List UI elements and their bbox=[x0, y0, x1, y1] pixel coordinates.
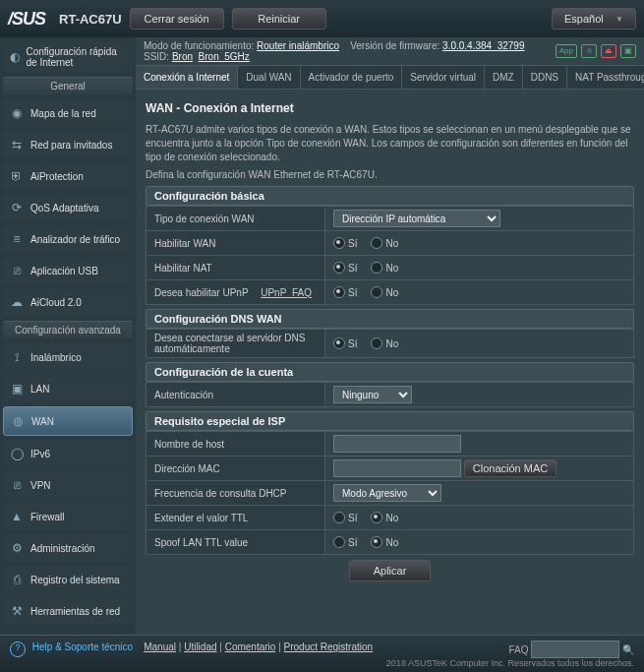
tab-dual-wan[interactable]: Dual WAN bbox=[238, 66, 300, 89]
sidebar-item-usb[interactable]: ⎚Aplicación USB bbox=[3, 257, 133, 284]
spoof-ttl-yes[interactable]: Sí bbox=[333, 536, 357, 548]
app-badge[interactable]: App bbox=[556, 44, 577, 58]
page-desc-2: Defina la configuración WAN Ethernet de … bbox=[146, 168, 634, 182]
ssid-1[interactable]: Bron bbox=[172, 51, 193, 62]
upnp-faq-link[interactable]: UPnP_FAQ bbox=[261, 287, 312, 298]
tab-dmz[interactable]: DMZ bbox=[485, 66, 523, 89]
usb-led-icon: ⏏ bbox=[601, 44, 616, 58]
enable-wan-no[interactable]: No bbox=[371, 237, 398, 249]
enable-wan-yes[interactable]: Sí bbox=[333, 237, 357, 249]
table-basic: Tipo de conexión WAN Dirección IP automá… bbox=[146, 206, 634, 305]
apply-button[interactable]: Aplicar bbox=[349, 560, 432, 581]
logout-button[interactable]: Cerrar sesión bbox=[130, 8, 224, 30]
dhcp-freq-select[interactable]: Modo Agresivo bbox=[333, 484, 441, 502]
faq-input[interactable] bbox=[531, 641, 619, 658]
sidebar-item-guestnet[interactable]: ⇆Red para invitados bbox=[3, 131, 133, 158]
row-dhcp-freq-label: Frecuencia de consulta DHCP bbox=[146, 481, 325, 506]
help-label[interactable]: Help & Soporte técnico bbox=[32, 641, 133, 652]
tab-ddns[interactable]: DDNS bbox=[523, 66, 567, 89]
enable-nat-yes[interactable]: Sí bbox=[333, 262, 357, 274]
wan-icon: ◍ bbox=[10, 413, 26, 429]
dns-auto-yes[interactable]: Sí bbox=[333, 337, 357, 349]
help-support: ? Help & Soporte técnico Manual | Utilid… bbox=[10, 641, 373, 657]
enable-upnp-yes[interactable]: Sí bbox=[333, 286, 357, 298]
sidebar-item-traffic[interactable]: ≡Analizador de tráfico bbox=[3, 225, 133, 253]
language-select[interactable]: Español ▼ bbox=[552, 8, 636, 30]
table-dns: Desea conectarse al servidor DNS automát… bbox=[146, 329, 634, 358]
tab-virtual-server[interactable]: Servidor virtual bbox=[402, 66, 485, 89]
sidebar: ◐ Configuración rápida de Internet Gener… bbox=[0, 37, 136, 635]
qos-icon: ⟳ bbox=[9, 200, 25, 215]
row-enable-wan-label: Habilitar WAN bbox=[146, 231, 325, 256]
op-mode-label: Modo de funcionamiento: bbox=[144, 40, 254, 51]
ssid-2[interactable]: Bron_5GHz bbox=[199, 51, 250, 62]
reboot-button[interactable]: Reiniciar bbox=[232, 8, 326, 30]
dns-auto-no[interactable]: No bbox=[371, 337, 398, 349]
copyright: 2018 ASUSTeK Computer Inc. Reservados to… bbox=[10, 658, 634, 668]
sidebar-item-aiprotection[interactable]: ⛨AiProtection bbox=[3, 162, 133, 190]
tab-nat-passthrough[interactable]: NAT Passthrough bbox=[567, 66, 644, 89]
content: WAN - Conexión a Internet RT-AC67U admit… bbox=[136, 90, 644, 635]
footer-link-feedback[interactable]: Comentario bbox=[225, 641, 276, 652]
sidebar-item-wireless[interactable]: ⟟Inalámbrico bbox=[3, 343, 133, 371]
status-icons: App ⎋ ⏏ ▣ bbox=[556, 44, 636, 58]
footer-link-product-reg[interactable]: Product Registration bbox=[284, 641, 374, 652]
usb-icon: ⎚ bbox=[9, 263, 25, 278]
sidebar-item-qos[interactable]: ⟳QoS Adaptativa bbox=[3, 194, 133, 221]
brand-logo: /SUS bbox=[8, 9, 51, 30]
firewall-icon: ▲ bbox=[9, 509, 25, 524]
gear-icon: ⚙ bbox=[9, 540, 25, 556]
mac-input[interactable] bbox=[333, 459, 461, 477]
fw-value[interactable]: 3.0.0.4.384_32799 bbox=[442, 40, 524, 51]
clone-mac-button[interactable]: Clonación MAC bbox=[464, 459, 556, 477]
sidebar-item-admin[interactable]: ⚙Administración bbox=[3, 534, 133, 562]
tab-port-trigger[interactable]: Activador de puerto bbox=[301, 66, 403, 89]
footer: ? Help & Soporte técnico Manual | Utilid… bbox=[0, 635, 644, 672]
sidebar-item-ipv6[interactable]: ◯IPv6 bbox=[3, 440, 133, 467]
row-host-label: Nombre de host bbox=[146, 432, 325, 457]
vpn-icon: ⎚ bbox=[9, 477, 25, 493]
section-account: Configuración de la cuenta bbox=[146, 362, 634, 382]
row-ext-ttl-label: Extender el valor TTL bbox=[146, 506, 325, 530]
sidebar-item-networkmap[interactable]: ◉Mapa de la red bbox=[3, 99, 133, 127]
sidebar-item-firewall[interactable]: ▲Firewall bbox=[3, 503, 133, 530]
sidebar-item-wan[interactable]: ◍WAN bbox=[3, 406, 133, 436]
row-enable-nat-label: Habilitar NAT bbox=[146, 256, 325, 280]
ext-ttl-no[interactable]: No bbox=[371, 512, 398, 523]
faq-label: FAQ bbox=[508, 644, 528, 655]
sidebar-group-general: General bbox=[3, 77, 133, 94]
row-spoof-ttl-label: Spoof LAN TTL value bbox=[146, 530, 325, 555]
tools-icon: ⚒ bbox=[9, 603, 25, 619]
shield-icon: ⛨ bbox=[9, 168, 25, 184]
op-mode-value[interactable]: Router inalámbrico bbox=[257, 40, 339, 51]
faq-search: FAQ 🔍 bbox=[508, 641, 634, 658]
sidebar-item-nettools[interactable]: ⚒Herramientas de red bbox=[3, 597, 133, 625]
tab-internet-connection[interactable]: Conexión a Internet bbox=[136, 66, 238, 89]
auth-select[interactable]: Ninguno bbox=[333, 386, 412, 403]
tabs: Conexión a Internet Dual WAN Activador d… bbox=[136, 65, 644, 90]
row-dns-auto-label: Desea conectarse al servidor DNS automát… bbox=[146, 330, 325, 358]
sidebar-item-lan[interactable]: ▣LAN bbox=[3, 375, 133, 402]
ext-ttl-yes[interactable]: Sí bbox=[333, 512, 357, 523]
search-icon[interactable]: 🔍 bbox=[622, 644, 634, 655]
net-led-icon: ▣ bbox=[620, 44, 636, 58]
enable-upnp-no[interactable]: No bbox=[371, 286, 398, 298]
sidebar-item-vpn[interactable]: ⎚VPN bbox=[3, 471, 133, 499]
topbar: /SUS RT-AC67U Cerrar sesión Reiniciar Es… bbox=[0, 0, 644, 37]
hostname-input[interactable] bbox=[333, 435, 461, 453]
page-desc-1: RT-AC67U admite varios tipos de conexión… bbox=[146, 123, 634, 164]
guest-icon: ⇆ bbox=[9, 137, 25, 153]
sidebar-item-aicloud[interactable]: ☁AiCloud 2.0 bbox=[3, 288, 133, 316]
ipv6-icon: ◯ bbox=[9, 446, 25, 461]
spoof-ttl-no[interactable]: No bbox=[371, 536, 398, 548]
wan-led-icon: ⎋ bbox=[581, 44, 597, 58]
footer-link-utility[interactable]: Utilidad bbox=[184, 641, 216, 652]
wan-conn-type-select[interactable]: Dirección IP automática bbox=[333, 210, 500, 227]
enable-nat-no[interactable]: No bbox=[371, 262, 398, 274]
row-enable-upnp-label: Desea habilitar UPnP UPnP_FAQ bbox=[146, 280, 325, 305]
status-bar: Modo de funcionamiento: Router inalámbri… bbox=[136, 37, 644, 65]
sidebar-item-syslog[interactable]: ⎙Registro del sistema bbox=[3, 566, 133, 593]
footer-link-manual[interactable]: Manual bbox=[144, 641, 176, 652]
model-name: RT-AC67U bbox=[59, 12, 122, 27]
sidebar-quick-setup[interactable]: ◐ Configuración rápida de Internet bbox=[3, 42, 133, 72]
